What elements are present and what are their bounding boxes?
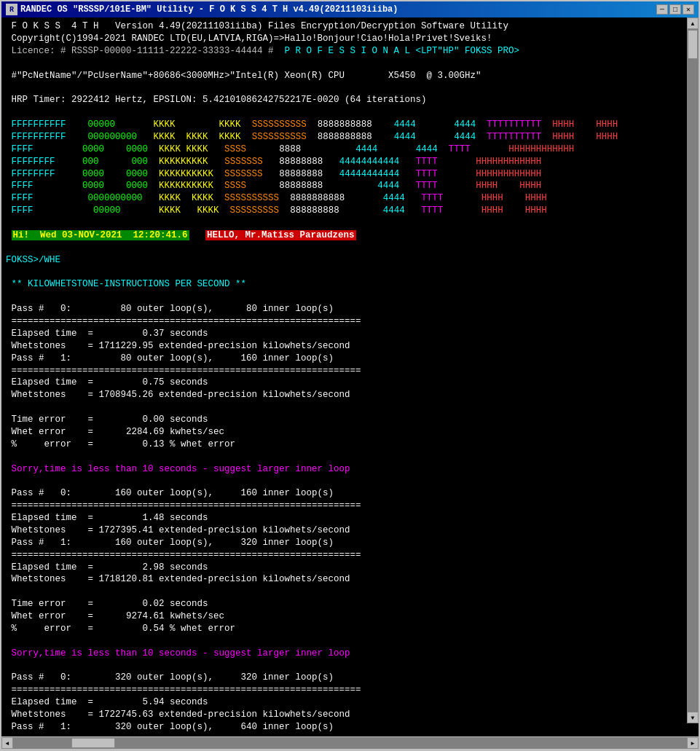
whets-1: Whetstones = 1711229.95 extended-precisi… <box>6 340 684 353</box>
ascii-7: FFFF 0000000000 KKKK KKKK SSSSSSSSSS 888… <box>6 192 684 205</box>
ascii-2: FFFFFFFFFF 000000000 KKKK KKKK KKKK SSSS… <box>6 131 684 143</box>
fokss-whe: FOKSS>/WHE <box>6 254 684 267</box>
hrp-timer: HRP Timer: 2922412 Hertz, EPSILON: 5.421… <box>6 94 684 106</box>
close-button[interactable]: ✕ <box>683 4 694 15</box>
pass1-320: Pass # 1: 320 outer loop(s), 640 inner l… <box>6 721 684 734</box>
whet-error-1: Whet error = 2284.69 kwhets/sec <box>6 426 684 439</box>
blank-7 <box>6 401 684 414</box>
blank-6 <box>6 291 684 303</box>
blank-4 <box>6 242 684 254</box>
equals-5: ========================================… <box>6 684 684 696</box>
whets-4: Whetstones = 1718120.81 extended-precisi… <box>6 573 684 586</box>
minimize-button[interactable]: ─ <box>656 4 668 15</box>
scroll-up-button[interactable]: ▲ <box>687 17 699 29</box>
whet-error-2: Whet error = 9274.61 kwhets/sec <box>6 610 684 623</box>
pass0-320: Pass # 0: 320 outer loop(s), 320 inner l… <box>6 672 684 684</box>
blank-10 <box>6 586 684 598</box>
ascii-3: FFFF 0000 0000 KKKK KKKK SSSS 8888 4444 … <box>6 143 684 156</box>
pct-error-1: % error = 0.13 % whet error <box>6 439 684 451</box>
terminal-output: F O K S S 4 T H Version 4.49(20211103iii… <box>1 17 699 736</box>
header-line-3: Licence: # RSSSP-00000-11111-22222-33333… <box>6 45 684 58</box>
blank-2 <box>6 106 684 119</box>
whets-2: Whetstones = 1708945.26 extended-precisi… <box>6 389 684 401</box>
pass1-line: Pass # 1: 80 outer loop(s), 160 inner lo… <box>6 353 684 365</box>
ascii-6: FFFF 0000 0000 KKKKKKKKKK SSSS 88888888 … <box>6 180 684 192</box>
equals-6: ========================================… <box>6 734 684 736</box>
window-title: RANDEC OS "RSSSP/101E-BM" Utility - F O … <box>20 4 398 15</box>
ascii-8: FFFF 00000 KKKK KKKK SSSSSSSSS 888888888… <box>6 205 684 217</box>
elapsed-5: Elapsed time = 5.94 seconds <box>6 696 684 709</box>
pass0-line: Pass # 0: 80 outer loop(s), 80 inner loo… <box>6 303 684 315</box>
blank-9 <box>6 475 684 487</box>
equals-4: ========================================… <box>6 549 684 562</box>
scroll-right-button[interactable]: ► <box>687 737 699 749</box>
title-bar-buttons: ─ □ ✕ <box>656 4 694 15</box>
time-error-1: Time error = 0.00 seconds <box>6 414 684 426</box>
header-line-4 <box>6 58 684 70</box>
title-bar-left: R RANDEC OS "RSSSP/101E-BM" Utility - F … <box>6 4 398 15</box>
blank-12 <box>6 660 684 672</box>
blank-8 <box>6 451 684 463</box>
pass0-160: Pass # 0: 160 outer loop(s), 160 inner l… <box>6 487 684 500</box>
hi-bar-line: Hi! Wed 03-NOV-2021 12:20:41.6 HELLO, Mr… <box>6 229 684 242</box>
bottom-bar: ◄ ► <box>1 736 699 750</box>
equals-3: ========================================… <box>6 500 684 512</box>
main-window: R RANDEC OS "RSSSP/101E-BM" Utility - F … <box>0 0 700 751</box>
ascii-5: FFFFFFFF 0000 0000 KKKKKKKKKK SSSSSSS 88… <box>6 168 684 181</box>
sorry-1: Sorry,time is less than 10 seconds - sug… <box>6 463 684 476</box>
title-bar: R RANDEC OS "RSSSP/101E-BM" Utility - F … <box>1 1 699 17</box>
hscroll-thumb[interactable] <box>71 738 115 748</box>
whets-3: Whetstones = 1727395.41 extended-precisi… <box>6 524 684 537</box>
header-line-1: F O K S S 4 T H Version 4.49(20211103iii… <box>6 20 684 33</box>
scroll-thumb[interactable] <box>688 30 698 59</box>
elapsed-1: Elapsed time = 0.37 seconds <box>6 328 684 340</box>
elapsed-4: Elapsed time = 2.98 seconds <box>6 562 684 574</box>
blank-5 <box>6 267 684 279</box>
vertical-scrollbar[interactable]: ▲ ▼ <box>687 17 699 723</box>
scroll-down-button[interactable]: ▼ <box>687 712 699 723</box>
ascii-1: FFFFFFFFFF 00000 KKKK KKKK SSSSSSSSSS 88… <box>6 119 684 131</box>
time-error-2: Time error = 0.02 seconds <box>6 598 684 610</box>
blank-3 <box>6 217 684 229</box>
maximize-button[interactable]: □ <box>669 4 681 15</box>
scroll-track <box>687 29 699 712</box>
blank-1 <box>6 82 684 94</box>
app-icon: R <box>6 4 17 15</box>
pct-error-2: % error = 0.54 % whet error <box>6 623 684 635</box>
header-line-2: Copyright(C)1994-2021 RANDEC LTD(EU,LATV… <box>6 33 684 45</box>
scroll-left-button[interactable]: ◄ <box>1 737 13 749</box>
elapsed-3: Elapsed time = 1.48 seconds <box>6 512 684 524</box>
ascii-4: FFFFFFFF 000 000 KKKKKKKKK SSSSSSS 88888… <box>6 156 684 168</box>
blank-11 <box>6 635 684 648</box>
pc-info: #"PcNetName"/"PcUserName"+80686<3000MHz>… <box>6 70 684 82</box>
elapsed-2: Elapsed time = 0.75 seconds <box>6 377 684 389</box>
sorry-2: Sorry,time is less than 10 seconds - sug… <box>6 648 684 660</box>
pass1-160: Pass # 1: 160 outer loop(s), 320 inner l… <box>6 537 684 549</box>
hscroll-track <box>13 737 687 749</box>
kilowhet-title: ** KILOWHETSTONE-INSTRUCTIONS PER SECOND… <box>6 278 684 291</box>
whets-5: Whetstones = 1722745.63 extended-precisi… <box>6 709 684 721</box>
equals-2: ========================================… <box>6 365 684 377</box>
equals-1: ========================================… <box>6 315 684 328</box>
